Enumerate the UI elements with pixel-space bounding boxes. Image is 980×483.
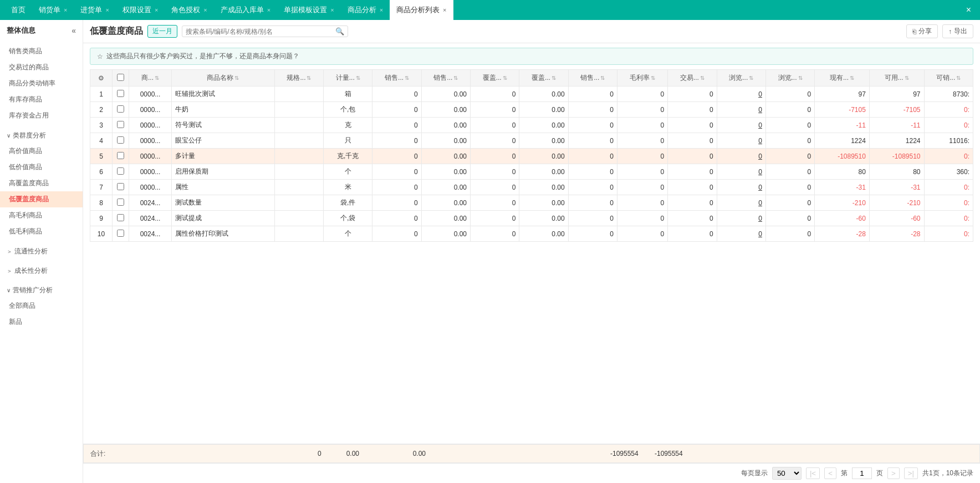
sidebar-item-all-goods[interactable]: 全部商品 — [0, 298, 83, 314]
row-checkbox-3[interactable] — [117, 136, 124, 144]
page-input[interactable] — [852, 467, 872, 479]
cell-check[interactable] — [113, 149, 129, 164]
first-page-button[interactable]: |< — [806, 467, 820, 479]
sidebar-collapse-button[interactable]: « — [72, 26, 76, 35]
nav-sales-order[interactable]: 销货单 × — [32, 0, 74, 20]
view1-link[interactable]: 0 — [758, 184, 762, 191]
cell-check[interactable] — [113, 133, 129, 149]
th-settings[interactable]: ⚙ — [90, 70, 113, 87]
nav-permissions[interactable]: 权限设置 × — [116, 0, 165, 20]
cell-gross-margin: 0 — [617, 180, 667, 195]
select-all-checkbox[interactable] — [117, 74, 124, 81]
view1-link[interactable]: 0 — [758, 137, 762, 145]
sidebar-item-category-rate[interactable]: 商品分类动销率 — [0, 75, 83, 91]
row-checkbox-7[interactable] — [117, 199, 124, 206]
cell-check[interactable] — [113, 164, 129, 180]
cell-stock: -210 — [815, 195, 870, 211]
cell-view1[interactable]: 0 — [717, 133, 765, 149]
sidebar-item-traded-goods[interactable]: 交易过的商品 — [0, 59, 83, 75]
row-checkbox-9[interactable] — [117, 230, 124, 237]
sidebar-item-stocked-goods[interactable]: 有库存商品 — [0, 91, 83, 108]
row-checkbox-8[interactable] — [117, 214, 124, 221]
view1-link[interactable]: 0 — [758, 152, 762, 160]
cell-view1[interactable]: 0 — [717, 87, 765, 102]
nav-sales-order-close[interactable]: × — [64, 7, 67, 13]
sidebar-item-stock-capital[interactable]: 库存资金占用 — [0, 108, 83, 124]
cell-view1[interactable]: 0 — [717, 164, 765, 180]
export-button[interactable]: ↑ 导出 — [942, 24, 973, 38]
sidebar-group-liquidity[interactable]: ＞ 流通性分析 — [0, 244, 83, 259]
search-input[interactable] — [186, 28, 333, 35]
cell-seq: 4 — [90, 133, 113, 149]
nav-purchase-order[interactable]: 进货单 × — [74, 0, 115, 20]
sidebar-item-high-margin[interactable]: 高毛利商品 — [0, 207, 83, 223]
per-page-select[interactable]: 50 100 200 — [772, 467, 802, 480]
cell-check[interactable] — [113, 87, 129, 102]
cell-view1[interactable]: 0 — [717, 211, 765, 226]
view1-link[interactable]: 0 — [758, 168, 762, 176]
nav-product-analysis-list[interactable]: 商品分析列表 × — [390, 0, 453, 20]
cell-view1[interactable]: 0 — [717, 180, 765, 195]
view1-link[interactable]: 0 — [758, 121, 762, 129]
sidebar-item-new-goods[interactable]: 新品 — [0, 314, 83, 330]
th-check[interactable] — [113, 70, 129, 87]
last-page-button[interactable]: >| — [904, 467, 918, 479]
cell-view1[interactable]: 0 — [717, 102, 765, 118]
sidebar-group-cluster[interactable]: ∨ 类群度分析 — [0, 128, 83, 143]
view1-link[interactable]: 0 — [758, 90, 762, 98]
row-checkbox-4[interactable] — [117, 152, 124, 159]
cell-check[interactable] — [113, 211, 129, 226]
sidebar-item-high-coverage[interactable]: 高覆盖度商品 — [0, 175, 83, 191]
cell-check[interactable] — [113, 180, 129, 195]
nav-product-storage-close[interactable]: × — [267, 7, 270, 13]
row-checkbox-1[interactable] — [117, 105, 124, 113]
next-page-button[interactable]: > — [887, 467, 900, 479]
cell-view1[interactable]: 0 — [717, 149, 765, 164]
table-container[interactable]: ⚙ 商...⇅ 商品名称⇅ 规格...⇅ 计量...⇅ 销售...⇅ 销售...… — [83, 69, 980, 444]
cell-check[interactable] — [113, 118, 129, 133]
cell-coverage2: 0.00 — [519, 102, 568, 118]
sidebar-item-sales-goods[interactable]: 销售类商品 — [0, 43, 83, 59]
nav-role-auth-close[interactable]: × — [203, 7, 207, 13]
share-button[interactable]: ⎗ 分享 — [906, 24, 938, 38]
sidebar-item-high-value[interactable]: 高价值商品 — [0, 143, 83, 159]
view1-link[interactable]: 0 — [758, 230, 762, 238]
cell-check[interactable] — [113, 102, 129, 118]
prev-page-button[interactable]: < — [824, 467, 836, 479]
cell-check[interactable] — [113, 226, 129, 242]
nav-product-analysis[interactable]: 商品分析 × — [341, 0, 390, 20]
view1-link[interactable]: 0 — [758, 106, 762, 114]
sidebar-item-low-value[interactable]: 低价值商品 — [0, 159, 83, 175]
sidebar-item-low-coverage[interactable]: 低覆盖度商品 — [0, 191, 83, 207]
cell-view1[interactable]: 0 — [717, 226, 765, 242]
row-checkbox-6[interactable] — [117, 183, 124, 190]
cell-sales-rate: 0 — [568, 102, 617, 118]
nav-permissions-close[interactable]: × — [155, 7, 158, 13]
cell-check[interactable] — [113, 195, 129, 211]
cell-gross-margin: 0 — [617, 102, 667, 118]
nav-product-storage[interactable]: 产成品入库单 × — [214, 0, 277, 20]
view1-link[interactable]: 0 — [758, 215, 762, 222]
arrow-icon-4: ∨ — [7, 287, 11, 293]
window-close-button[interactable]: × — [962, 5, 976, 15]
row-checkbox-2[interactable] — [117, 121, 124, 128]
cell-view1[interactable]: 0 — [717, 195, 765, 211]
nav-role-auth[interactable]: 角色授权 × — [165, 0, 213, 20]
nav-template-settings[interactable]: 单据模板设置 × — [277, 0, 340, 20]
nav-product-analysis-list-close[interactable]: × — [443, 7, 446, 13]
period-button[interactable]: 近一月 — [147, 25, 177, 38]
row-checkbox-0[interactable] — [117, 90, 124, 97]
settings-icon[interactable]: ⚙ — [98, 74, 104, 82]
nav-home[interactable]: 首页 — [4, 0, 32, 20]
sidebar-group-growth[interactable]: ＞ 成长性分析 — [0, 263, 83, 278]
cell-stock: -11 — [815, 118, 870, 133]
th-coverage1: 覆盖...⇅ — [471, 70, 519, 87]
view1-link[interactable]: 0 — [758, 199, 762, 207]
sidebar-group-marketing[interactable]: ∨ 营销推广分析 — [0, 283, 83, 298]
cell-view1[interactable]: 0 — [717, 118, 765, 133]
row-checkbox-5[interactable] — [117, 167, 124, 175]
nav-product-analysis-close[interactable]: × — [380, 7, 383, 13]
nav-purchase-order-close[interactable]: × — [105, 7, 109, 13]
nav-template-settings-close[interactable]: × — [330, 7, 334, 13]
sidebar-item-low-margin[interactable]: 低毛利商品 — [0, 223, 83, 240]
